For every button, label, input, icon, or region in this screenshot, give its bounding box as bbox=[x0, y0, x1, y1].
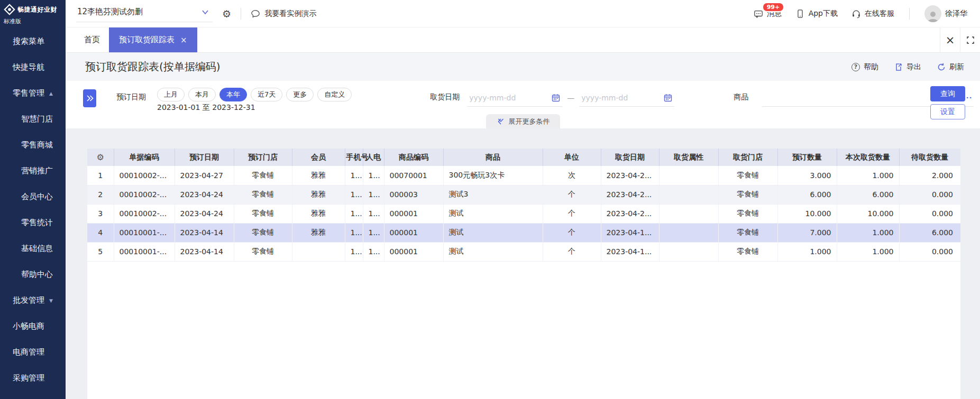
sidebar-item[interactable]: 搜索菜单 bbox=[0, 29, 66, 54]
demo-link[interactable]: 我要看实例演示 bbox=[251, 9, 316, 18]
column-header[interactable]: 会员 bbox=[292, 149, 345, 166]
table-cell: 测试 bbox=[443, 242, 543, 261]
tab-home[interactable]: 首页 bbox=[75, 27, 109, 52]
export-button[interactable]: 导出 bbox=[894, 62, 921, 72]
column-header[interactable]: 本次取货数量 bbox=[837, 149, 899, 166]
table-cell: 零食铺 bbox=[234, 166, 292, 185]
table-row[interactable]: 500010001-...2023-04-14零食铺1...1...000001… bbox=[87, 242, 960, 261]
sidebar-item[interactable]: 营销推广 bbox=[0, 158, 66, 184]
double-chevron-right-icon bbox=[86, 94, 94, 103]
table-cell: 2023-04-2... bbox=[601, 185, 659, 204]
column-header[interactable]: 待取货数量 bbox=[899, 149, 960, 166]
table-cell: 1.000 bbox=[837, 242, 899, 261]
date-range-pill[interactable]: 自定义 bbox=[317, 88, 352, 101]
refresh-button[interactable]: 刷新 bbox=[937, 62, 964, 72]
table-head-row: ⚙单据编码预订日期预订门店会员手机号人电商品编码商品单位取货日期取货属性取货门店… bbox=[87, 149, 960, 166]
brand-diamond-icon bbox=[4, 4, 15, 15]
sidebar-item[interactable]: 零售商城 bbox=[0, 132, 66, 158]
sidebar-item[interactable]: 基础信息 bbox=[0, 236, 66, 262]
sidebar-item-label: 零售商城 bbox=[21, 140, 53, 150]
pickup-date-start-input[interactable]: yyyy-mm-dd bbox=[467, 89, 562, 107]
demo-label: 我要看实例演示 bbox=[264, 9, 316, 18]
date-range-pill[interactable]: 近7天 bbox=[251, 88, 282, 101]
table-cell: 3.000 bbox=[777, 166, 837, 185]
column-header[interactable]: 手机号 bbox=[345, 149, 363, 166]
topbar-divider bbox=[241, 8, 241, 20]
online-service-button[interactable]: 在线客服 bbox=[851, 9, 894, 18]
column-header[interactable]: 取货日期 bbox=[601, 149, 659, 166]
column-header[interactable]: 预订门店 bbox=[234, 149, 292, 166]
collapse-triangle-icon: ▲ bbox=[49, 91, 53, 96]
sidebar-item-label: 批发管理 bbox=[13, 295, 44, 305]
help-button[interactable]: ? 帮助 bbox=[851, 62, 878, 72]
table-cell: 1... bbox=[345, 223, 363, 242]
expand-more-conditions[interactable]: 展开更多条件 bbox=[486, 114, 560, 128]
filter-panel: 预订日期 上月本月本年近7天更多自定义 2023-01-01 至 2023-12… bbox=[66, 81, 980, 128]
order-date-range-value[interactable]: 2023-01-01 至 2023-12-31 bbox=[157, 103, 352, 113]
table-row[interactable]: 300010002-...2023-04-24零食铺雅雅1...1...0000… bbox=[87, 204, 960, 223]
column-header[interactable]: 商品编码 bbox=[384, 149, 443, 166]
column-header[interactable]: 商品 bbox=[443, 149, 543, 166]
main-column: 12李艳芬测试勿删 ⚙ 我要看实例演示 99+ bbox=[66, 0, 980, 399]
column-header[interactable]: 人电 bbox=[363, 149, 384, 166]
table-cell: 2023-04-24 bbox=[175, 204, 234, 223]
column-settings-gear-icon[interactable]: ⚙ bbox=[97, 152, 104, 162]
account-switcher[interactable]: 12李艳芬测试勿删 bbox=[76, 5, 213, 22]
user-menu[interactable]: 徐泽华 bbox=[924, 5, 967, 22]
settings-gear-icon[interactable]: ⚙ bbox=[222, 8, 231, 20]
calendar-icon[interactable] bbox=[664, 94, 672, 102]
messages-button[interactable]: 99+ 消息 bbox=[754, 9, 782, 18]
sidebar-item[interactable]: 电商管理 bbox=[0, 339, 66, 365]
date-range-pill[interactable]: 更多 bbox=[286, 88, 314, 101]
app-download-button[interactable]: App下载 bbox=[795, 9, 838, 18]
table-cell: 0.000 bbox=[899, 185, 960, 204]
date-range-pill[interactable]: 本年 bbox=[219, 88, 247, 101]
table-cell: 0.000 bbox=[899, 242, 960, 261]
column-header[interactable]: 单位 bbox=[543, 149, 601, 166]
sidebar-item[interactable]: 会员中心 bbox=[0, 184, 66, 210]
table-row[interactable]: 100010002-...2023-04-27零食铺雅雅1...1...0007… bbox=[87, 166, 960, 185]
sidebar-item[interactable]: 小畅电商 bbox=[0, 313, 66, 339]
sidebar-item[interactable]: 零售统计 bbox=[0, 210, 66, 236]
speech-bubble-icon bbox=[251, 9, 260, 18]
sidebar-item[interactable]: 采购管理 bbox=[0, 365, 66, 391]
column-header[interactable]: 预订数量 bbox=[777, 149, 837, 166]
column-settings-header[interactable]: ⚙ bbox=[87, 149, 114, 166]
column-header[interactable]: 单据编码 bbox=[114, 149, 175, 166]
message-icon bbox=[754, 9, 763, 18]
collapse-filter-button[interactable] bbox=[83, 89, 96, 107]
tab-active[interactable]: 预订取货跟踪表 × bbox=[109, 27, 197, 52]
online-service-label: 在线客服 bbox=[865, 9, 894, 18]
column-header[interactable]: 预订日期 bbox=[175, 149, 234, 166]
chevron-down-icon bbox=[201, 8, 209, 16]
tab-close-icon[interactable]: × bbox=[180, 35, 187, 45]
date-range-pill[interactable]: 上月 bbox=[157, 88, 185, 101]
pickup-date-end-input[interactable]: yyyy-mm-dd bbox=[579, 89, 674, 107]
expand-label: 展开更多条件 bbox=[509, 117, 550, 126]
table-row[interactable]: 200010002-...2023-04-24零食铺雅雅1...1...0000… bbox=[87, 185, 960, 204]
tab-tools: × bbox=[940, 27, 980, 52]
sidebar-item[interactable]: 零售管理▲ bbox=[0, 80, 66, 106]
column-header[interactable]: 取货属性 bbox=[659, 149, 718, 166]
avatar bbox=[924, 5, 941, 22]
fullscreen-button[interactable] bbox=[960, 27, 980, 52]
title-bar: 预订取货跟踪表(按单据编码) ? 帮助 导出 bbox=[66, 53, 980, 81]
table-cell: 零食铺 bbox=[718, 166, 777, 185]
sidebar-item[interactable]: 智慧门店 bbox=[0, 106, 66, 132]
query-button[interactable]: 查询 bbox=[930, 86, 965, 101]
sidebar-item[interactable]: 快捷导航 bbox=[0, 54, 66, 80]
headset-icon bbox=[851, 9, 861, 18]
table-row[interactable]: 400010001-...2023-04-14零食铺雅雅1...1...0000… bbox=[87, 223, 960, 242]
brand-name: 畅捷通好业财 bbox=[17, 5, 57, 14]
pickup-date-label: 取货日期 bbox=[430, 92, 460, 107]
date-range-pill[interactable]: 本月 bbox=[188, 88, 216, 101]
column-header[interactable]: 取货门店 bbox=[718, 149, 777, 166]
table-cell: 2023-04-24 bbox=[175, 185, 234, 204]
sidebar-item[interactable]: 批发管理▼ bbox=[0, 287, 66, 313]
brand-logo: 畅捷通好业财 标准版 bbox=[0, 0, 66, 27]
sidebar-item[interactable]: 帮助中心 bbox=[0, 262, 66, 287]
table-body: 100010002-...2023-04-27零食铺雅雅1...1...0007… bbox=[87, 166, 960, 261]
calendar-icon[interactable] bbox=[552, 94, 560, 102]
table-cell: 300元畅玩3次卡 bbox=[443, 166, 543, 185]
close-all-tabs-button[interactable]: × bbox=[940, 27, 960, 52]
